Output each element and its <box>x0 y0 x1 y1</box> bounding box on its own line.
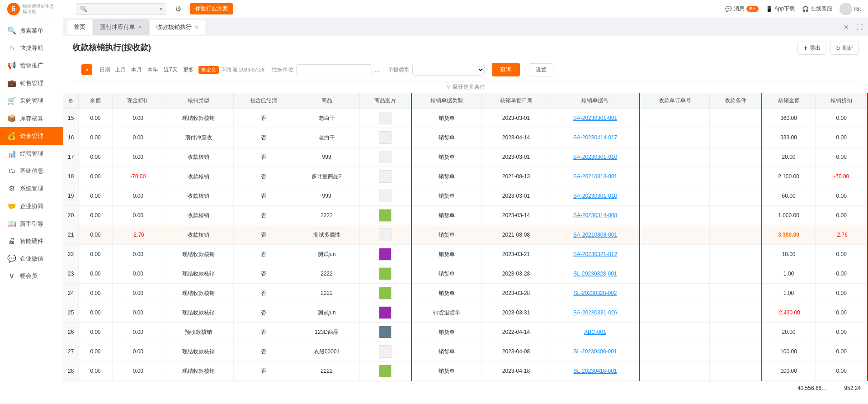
td-writeoff-discount: 0.00 <box>816 206 868 225</box>
sidebar-item-guide[interactable]: 📖 新手引导 <box>0 215 63 233</box>
refresh-button[interactable]: ↻ 刷新 <box>830 42 859 55</box>
user-area[interactable]: Rit <box>840 3 861 15</box>
td-no: 21 <box>63 225 79 245</box>
date-no-limit-label: 不限 至 2023-07-26 <box>222 67 264 73</box>
table-row: 25 0.00 0.00 现结收款核销 否 测试jun 销货退货单 2023-0… <box>63 303 868 323</box>
filter-expand-button[interactable]: » <box>81 64 92 75</box>
td-goods: 999 <box>294 147 359 167</box>
chevron-down-icon: ▾ <box>160 6 162 12</box>
date-last-7-days[interactable]: 近7天 <box>162 65 179 75</box>
sidebar-item-operations[interactable]: 📊 经营管理 <box>0 145 63 162</box>
query-button[interactable]: 查询 <box>492 63 520 76</box>
date-last-month[interactable]: 上月 <box>113 65 127 75</box>
top-search-box[interactable]: 🔍 ▾ <box>76 3 166 15</box>
td-include-settled: 否 <box>233 128 294 147</box>
sidebar-item-corp-collab[interactable]: 🤝 企业协同 <box>0 197 63 215</box>
td-collection-condition <box>710 323 762 342</box>
td-writeoff-discount: 0.00 <box>816 186 868 206</box>
export-button[interactable]: ⬆ 导出 <box>797 42 826 55</box>
td-writeoff-bill-type: 销货单 <box>411 361 481 381</box>
sidebar-item-system[interactable]: ⚙ 系统管理 <box>0 180 63 197</box>
td-writeoff-bill-no[interactable]: SA-20230301-010 <box>551 186 640 206</box>
td-include-settled: 否 <box>233 264 294 284</box>
td-writeoff-bill-no[interactable]: SL-20230408-001 <box>551 342 640 361</box>
td-writeoff-bill-no[interactable]: SA-20230301-010 <box>551 147 640 167</box>
td-writeoff-bill-no[interactable]: SL-20230328-001 <box>551 264 640 284</box>
sidebar-item-label: 基础信息 <box>20 167 43 175</box>
page-header: 收款核销执行(按收款) ⬆ 导出 ↻ 刷新 » <box>63 36 868 93</box>
td-writeoff-bill-no[interactable]: SA-20210808-001 <box>551 225 640 245</box>
td-collection-order-no <box>640 245 710 264</box>
td-no: 22 <box>63 245 79 264</box>
td-writeoff-amount: 1.00 <box>762 264 816 284</box>
sidebar-item-wechat[interactable]: 💬 企业微信 <box>0 250 63 267</box>
td-writeoff-bill-no[interactable]: SL-20230418-001 <box>551 361 640 381</box>
td-cash-discount: 0.00 <box>112 186 164 206</box>
member-icon: V <box>7 272 16 280</box>
td-collection-order-no <box>640 167 710 186</box>
refresh-icon: ↻ <box>836 45 840 52</box>
th-settings[interactable]: ⚙ <box>63 93 79 109</box>
sidebar-item-label: 采购管理 <box>20 97 43 105</box>
message-button[interactable]: 💬 消息 99+ <box>725 5 759 13</box>
app-download-button[interactable]: 📱 App下载 <box>766 5 795 13</box>
td-writeoff-bill-no[interactable]: SA-20210813-001 <box>551 167 640 186</box>
date-custom-btn[interactable]: 自定义 <box>198 66 219 74</box>
sidebar-item-quick-nav[interactable]: ⌂ 快捷导航 <box>0 39 63 57</box>
sidebar-item-search[interactable]: 🔍 搜索菜单 <box>0 22 63 39</box>
tab-close-prepay[interactable]: ✕ <box>138 24 142 30</box>
date-more[interactable]: 更多 <box>181 65 196 75</box>
td-include-settled: 否 <box>233 303 294 323</box>
sidebar-item-sales[interactable]: 💼 销售管理 <box>0 74 63 92</box>
close-tab-icon[interactable]: ✕ <box>842 22 851 33</box>
td-balance: 0.00 <box>79 128 112 147</box>
tab-bar-right: ✕ ⛶ <box>842 22 864 33</box>
td-goods-img <box>359 147 411 167</box>
td-include-settled: 否 <box>233 245 294 264</box>
sidebar-item-purchase[interactable]: 🛒 采购管理 <box>0 92 63 109</box>
tab-close-collection[interactable]: ✕ <box>194 24 198 30</box>
sidebar-item-basic-info[interactable]: 🗂 基础信息 <box>0 162 63 180</box>
sidebar-item-finance[interactable]: 💰 资金管理 <box>0 127 63 145</box>
search-input[interactable] <box>89 6 158 12</box>
sidebar-item-smart-hw[interactable]: 🖨 智能硬件 <box>0 233 63 250</box>
from-unit-input[interactable] <box>296 64 372 75</box>
td-writeoff-bill-date: 2023-03-28 <box>481 264 551 284</box>
td-writeoff-type: 现结收款核销 <box>164 264 233 284</box>
td-writeoff-bill-no[interactable]: ABC-001 <box>551 323 640 342</box>
td-writeoff-bill-no[interactable]: SA-20230331-026 <box>551 303 640 323</box>
sidebar-item-inventory[interactable]: 📦 库存核算 <box>0 109 63 127</box>
setting-button[interactable]: 设置 <box>529 63 553 76</box>
td-writeoff-bill-no[interactable]: SA-20230314-008 <box>551 206 640 225</box>
td-cash-discount: 0.00 <box>112 147 164 167</box>
sidebar-item-marketing[interactable]: 📢 营销推广 <box>0 57 63 74</box>
date-this-year[interactable]: 本年 <box>146 65 160 75</box>
th-writeoff-amount: 核销金额 <box>762 93 816 109</box>
online-service-button[interactable]: 🎧 在线客服 <box>802 5 832 13</box>
industry-solution-button[interactable]: 休验行业方案 <box>190 3 233 14</box>
td-writeoff-discount: -70.00 <box>816 167 868 186</box>
td-writeoff-bill-no[interactable]: SA-20230414-017 <box>551 128 640 147</box>
td-no: 17 <box>63 147 79 167</box>
sidebar-item-member[interactable]: V 畅会员 <box>0 267 63 285</box>
maximize-icon[interactable]: ⛶ <box>854 22 864 33</box>
td-goods-img <box>359 361 411 381</box>
td-goods-img <box>359 167 411 186</box>
tab-home[interactable]: 首页 <box>67 19 92 35</box>
from-unit-dots[interactable]: ... <box>375 66 381 74</box>
settings-gear-button[interactable]: ⚙ <box>172 3 184 15</box>
td-writeoff-bill-no[interactable]: SA-20230321-012 <box>551 245 640 264</box>
bill-type-select[interactable] <box>412 64 485 76</box>
tab-collection-exec[interactable]: 收款核销执行 ✕ <box>150 19 205 35</box>
date-this-month[interactable]: 本月 <box>129 65 144 75</box>
sidebar-item-label: 库存核算 <box>20 114 43 123</box>
td-writeoff-bill-no[interactable]: SA-20230301-001 <box>551 109 640 128</box>
td-cash-discount: 0.00 <box>112 264 164 284</box>
tab-prepay[interactable]: 预付冲应付单 ✕ <box>93 19 149 35</box>
td-writeoff-bill-no[interactable]: SL-20230328-002 <box>551 284 640 303</box>
td-writeoff-amount: 360.00 <box>762 109 816 128</box>
th-writeoff-bill-no: 核销单据号 <box>551 93 640 109</box>
td-collection-condition <box>710 303 762 323</box>
td-include-settled: 否 <box>233 361 294 381</box>
expand-more-conditions[interactable]: ∨ 展开更多条件 <box>72 81 859 93</box>
